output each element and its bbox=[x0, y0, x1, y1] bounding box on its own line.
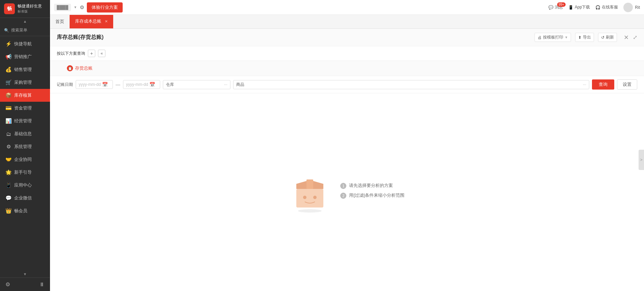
message-icon: 💬 bbox=[548, 5, 553, 10]
sidebar-item-member[interactable]: 👑 畅会员 bbox=[0, 204, 50, 217]
tab-close-icon[interactable]: ✕ bbox=[105, 19, 108, 23]
page-header: 库存总账(存货总账) 🖨 按模板打印 ▼ ⬆ 导出 ↺ 刷新 ✕ ⤢ bbox=[50, 29, 644, 46]
sidebar-item-basic[interactable]: 🗂 基础信息 bbox=[0, 127, 50, 140]
user-info-area[interactable]: Rit bbox=[623, 3, 640, 12]
filter-bar: 按以下方案查询 + « bbox=[50, 46, 644, 61]
print-label: 按模板打印 bbox=[543, 34, 563, 40]
tab-inventory-ledger[interactable]: 库存成本总账 ✕ bbox=[70, 15, 113, 28]
message-btn[interactable]: 💬 消息 99+ bbox=[548, 4, 563, 10]
refresh-icon: ↺ bbox=[601, 35, 604, 40]
apps-icon: 📱 bbox=[5, 182, 11, 188]
svg-point-6 bbox=[298, 209, 322, 213]
search-menu-btn[interactable]: 🔍 搜索菜单 bbox=[4, 27, 46, 33]
online-service-btn[interactable]: 🎧 在线客服 bbox=[595, 4, 618, 10]
refresh-label: 刷新 bbox=[606, 34, 614, 40]
logo-area: 畅 畅捷通好生意 标准版 bbox=[0, 0, 50, 18]
quick-nav-icon: ⚡ bbox=[5, 41, 11, 47]
tabs-bar: 首页 库存成本总账 ✕ bbox=[50, 15, 644, 29]
sidebar-item-label: 畅会员 bbox=[14, 208, 27, 214]
sidebar-item-system[interactable]: ⚙ 系统管理 bbox=[0, 140, 50, 153]
filter-scheme-row: 📋 存货总账 bbox=[50, 61, 644, 76]
query-btn[interactable]: 查询 bbox=[592, 79, 614, 90]
sidebar-item-purchase[interactable]: 🛒 采购管理 bbox=[0, 76, 50, 89]
guide-icon: 🌟 bbox=[5, 169, 11, 175]
basic-icon: 🗂 bbox=[5, 131, 11, 137]
export-label: 导出 bbox=[583, 34, 591, 40]
expand-icon[interactable]: ⤢ bbox=[633, 34, 637, 41]
calendar-end-icon[interactable]: 📅 bbox=[149, 82, 155, 87]
sidebar-search[interactable]: 🔍 搜索菜单 bbox=[0, 25, 50, 36]
industry-btn[interactable]: 体验行业方案 bbox=[87, 2, 123, 13]
empty-illustration bbox=[290, 172, 330, 213]
sidebar-item-management[interactable]: 📊 经营管理 bbox=[0, 115, 50, 127]
tab-label: 库存成本总账 bbox=[75, 19, 101, 24]
sidebar-item-inventory[interactable]: 📦 库存核算 bbox=[0, 89, 50, 102]
page-header-actions: 🖨 按模板打印 ▼ ⬆ 导出 ↺ 刷新 ✕ ⤢ bbox=[535, 33, 637, 42]
date-end-placeholder: yyyy-mm-dd bbox=[126, 82, 148, 87]
settings-icon[interactable]: ⚙ bbox=[5, 281, 10, 288]
settings-gear-icon[interactable]: ⚙ bbox=[80, 4, 84, 10]
warehouse-select[interactable]: 仓库 ··· bbox=[163, 80, 230, 89]
svg-rect-3 bbox=[306, 179, 313, 189]
date-label: 记账日期 bbox=[57, 82, 73, 88]
product-label: 商品 bbox=[236, 82, 244, 88]
print-btn[interactable]: 🖨 按模板打印 ▼ bbox=[535, 33, 571, 42]
marketing-icon: 📢 bbox=[5, 54, 11, 60]
user-display-name: Rit bbox=[635, 5, 640, 10]
system-icon: ⚙ bbox=[5, 144, 11, 150]
main-content: ████ ▼ ⚙ 体验行业方案 💬 消息 99+ 📱 App下载 🎧 在线客服 … bbox=[50, 0, 644, 291]
sidebar-item-label: 应用中心 bbox=[14, 182, 32, 188]
warehouse-more-icon: ··· bbox=[224, 82, 227, 87]
sidebar-item-quick-nav[interactable]: ⚡ 快捷导航 bbox=[0, 38, 50, 50]
sidebar-item-wechat[interactable]: 💬 企业微信 bbox=[0, 192, 50, 204]
user-area[interactable]: ████ bbox=[54, 4, 71, 11]
settings-form-btn[interactable]: 设置 bbox=[617, 79, 637, 90]
topbar: ████ ▼ ⚙ 体验行业方案 💬 消息 99+ 📱 App下载 🎧 在线客服 … bbox=[50, 0, 644, 15]
management-icon: 📊 bbox=[5, 118, 11, 124]
sidebar-footer: ⚙ ⏸ bbox=[0, 277, 50, 291]
export-icon: ⬆ bbox=[578, 35, 581, 40]
date-start-input[interactable]: yyyy-mm-dd 📅 bbox=[76, 80, 113, 89]
refresh-btn[interactable]: ↺ 刷新 bbox=[598, 33, 617, 42]
tab-home-label: 首页 bbox=[55, 19, 64, 24]
collapse-icon[interactable]: ⏸ bbox=[39, 282, 45, 288]
export-btn[interactable]: ⬆ 导出 bbox=[575, 33, 594, 42]
date-end-input[interactable]: yyyy-mm-dd 📅 bbox=[123, 80, 160, 89]
close-panel-icon[interactable]: ✕ bbox=[624, 34, 629, 41]
sidebar-item-label: 资金管理 bbox=[14, 105, 32, 111]
svg-point-5 bbox=[313, 196, 317, 199]
scroll-down-btn[interactable]: ▼ bbox=[0, 271, 50, 277]
calendar-start-icon[interactable]: 📅 bbox=[102, 82, 108, 87]
svg-marker-1 bbox=[296, 180, 308, 189]
sidebar-item-finance[interactable]: 💳 资金管理 bbox=[0, 102, 50, 115]
scheme-item[interactable]: 📋 存货总账 bbox=[64, 64, 96, 73]
app-download-btn[interactable]: 📱 App下载 bbox=[568, 4, 590, 10]
scheme-icon: 📋 bbox=[67, 65, 73, 71]
step-num-1: 1 bbox=[340, 183, 346, 189]
sidebar-item-apps[interactable]: 📱 应用中心 bbox=[0, 179, 50, 192]
page-title: 库存总账(存货总账) bbox=[57, 34, 104, 41]
warehouse-label: 仓库 bbox=[166, 82, 174, 88]
chevron-right-icon: > bbox=[640, 157, 642, 162]
sidebar-item-label: 系统管理 bbox=[14, 144, 32, 150]
dropdown-arrow-icon[interactable]: ▼ bbox=[74, 5, 77, 9]
filter-add-btn[interactable]: + bbox=[88, 50, 95, 57]
print-dropdown-icon[interactable]: ▼ bbox=[565, 35, 568, 39]
sidebar-item-guide[interactable]: 🌟 新手引导 bbox=[0, 166, 50, 179]
filter-collapse-btn[interactable]: « bbox=[98, 50, 105, 57]
member-icon: 👑 bbox=[5, 208, 11, 214]
tab-home[interactable]: 首页 bbox=[50, 15, 70, 28]
sidebar-item-label: 库存核算 bbox=[14, 92, 32, 98]
sidebar-item-label: 营销推广 bbox=[14, 54, 32, 60]
product-select[interactable]: 商品 ··· bbox=[233, 80, 589, 89]
product-more-icon: ··· bbox=[583, 82, 586, 87]
sidebar-item-label: 经营管理 bbox=[14, 118, 32, 124]
sales-icon: 💰 bbox=[5, 67, 11, 73]
sidebar-item-marketing[interactable]: 📢 营销推广 bbox=[0, 50, 50, 63]
scroll-up-btn[interactable]: ▲ bbox=[0, 18, 50, 25]
scheme-label: 存货总账 bbox=[75, 65, 93, 71]
sidebar-item-sales[interactable]: 💰 销售管理 bbox=[0, 63, 50, 76]
right-panel-toggle[interactable]: > bbox=[639, 150, 644, 170]
sidebar-item-coop[interactable]: 🤝 企业协同 bbox=[0, 153, 50, 166]
print-icon: 🖨 bbox=[538, 35, 542, 40]
